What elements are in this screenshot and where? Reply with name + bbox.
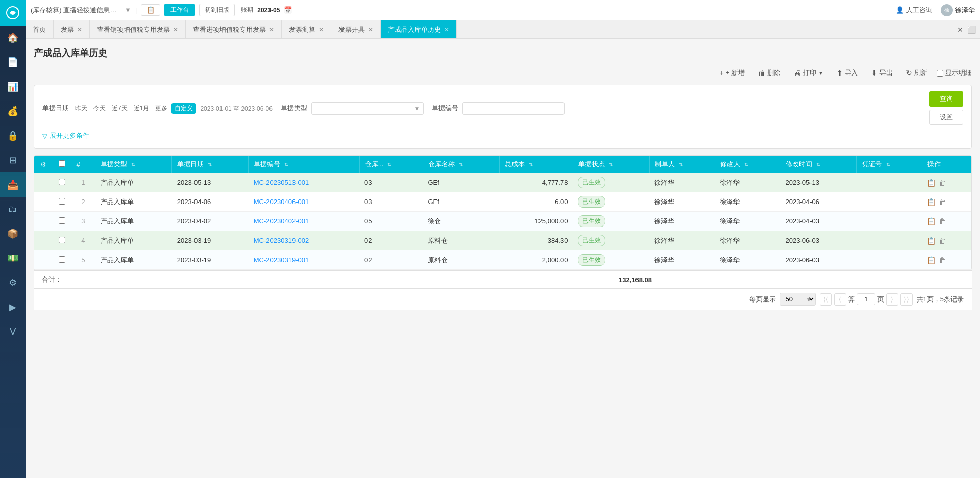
- copy-btn[interactable]: 📋: [141, 4, 160, 16]
- tab-purchase-vat-close[interactable]: ✕: [269, 26, 274, 33]
- sidebar-item-stamp[interactable]: 🗂: [0, 197, 26, 221]
- sidebar-item-box[interactable]: 📦: [0, 221, 26, 246]
- page-input[interactable]: [857, 293, 875, 305]
- display-toggle-checkbox[interactable]: [937, 70, 943, 77]
- row-number-2[interactable]: MC-20230402-001: [249, 212, 359, 231]
- shortcut-custom[interactable]: 自定义: [172, 103, 196, 114]
- shortcut-7days[interactable]: 近7天: [110, 103, 130, 114]
- th-number[interactable]: 单据编号 ⇅: [249, 156, 359, 173]
- row-settings-2[interactable]: [34, 212, 53, 231]
- th-voucher[interactable]: 凭证号 ⇅: [856, 156, 922, 173]
- action-delete-icon-4[interactable]: 🗑: [939, 256, 946, 264]
- row-number-0[interactable]: MC-20230513-001: [249, 173, 359, 192]
- tab-close-all-button[interactable]: ✕: [957, 26, 963, 34]
- sidebar-item-play[interactable]: ▶: [0, 295, 26, 319]
- tab-invoice-close[interactable]: ✕: [77, 26, 82, 33]
- action-edit-icon-3[interactable]: 📋: [927, 237, 936, 245]
- row-check-4[interactable]: [59, 256, 65, 263]
- row-settings-0[interactable]: [34, 173, 53, 192]
- row-number-4[interactable]: MC-20230319-001: [249, 250, 359, 270]
- tab-invoice-open[interactable]: 发票开具 ✕: [331, 20, 381, 39]
- row-number-link-1[interactable]: MC-20230406-001: [254, 198, 309, 206]
- tab-invoice-calc-close[interactable]: ✕: [318, 26, 324, 33]
- tab-product-history-close[interactable]: ✕: [444, 26, 449, 33]
- filter-type-select[interactable]: 产品入库单: [311, 102, 424, 115]
- tab-invoice-open-close[interactable]: ✕: [368, 26, 373, 33]
- row-check-2[interactable]: [59, 217, 65, 224]
- sidebar-item-coin[interactable]: 💵: [0, 246, 26, 270]
- sidebar-item-home[interactable]: 🏠: [0, 26, 26, 50]
- switch-version-button[interactable]: 初到旧版: [199, 4, 235, 16]
- row-check-0[interactable]: [59, 179, 65, 185]
- th-wh-name[interactable]: 仓库名称 ⇅: [423, 156, 499, 173]
- print-button[interactable]: 🖨 打印 ▼: [790, 66, 827, 80]
- th-modify-time[interactable]: 修改时间 ⇅: [780, 156, 856, 173]
- user-service[interactable]: 👤 人工咨询: [896, 6, 933, 15]
- sidebar-logo[interactable]: [0, 0, 26, 26]
- new-button[interactable]: + + 新增: [716, 66, 749, 80]
- import-button[interactable]: ⬆ 导入: [832, 66, 862, 80]
- shortcut-today[interactable]: 今天: [91, 103, 108, 114]
- row-settings-4[interactable]: [34, 250, 53, 270]
- action-delete-icon-2[interactable]: 🗑: [939, 217, 946, 225]
- th-type[interactable]: 单据类型 ⇅: [95, 156, 172, 173]
- sidebar-item-grid[interactable]: ⊞: [0, 148, 26, 172]
- action-edit-icon-4[interactable]: 📋: [927, 256, 936, 264]
- select-all-checkbox[interactable]: [59, 160, 65, 167]
- action-edit-icon-0[interactable]: 📋: [927, 179, 936, 187]
- title-dropdown-icon[interactable]: ▼: [125, 6, 131, 14]
- tab-home[interactable]: 首页: [26, 20, 54, 39]
- refresh-button[interactable]: ↻ 刷新: [902, 66, 932, 80]
- row-settings-3[interactable]: [34, 231, 53, 250]
- row-number-1[interactable]: MC-20230406-001: [249, 192, 359, 212]
- tab-maximize-button[interactable]: ⬜: [967, 26, 976, 34]
- sidebar-item-settings[interactable]: ⚙: [0, 270, 26, 295]
- sidebar-item-finance[interactable]: 💰: [0, 99, 26, 123]
- delete-button[interactable]: 🗑 删除: [754, 66, 785, 80]
- tab-product-history[interactable]: 产成品入库单历史 ✕: [381, 20, 457, 39]
- shortcut-yesterday[interactable]: 昨天: [73, 103, 89, 114]
- action-delete-icon-0[interactable]: 🗑: [939, 179, 946, 187]
- th-settings[interactable]: ⚙: [34, 156, 53, 173]
- tab-purchase-vat[interactable]: 查看进项增值税专用发票 ✕: [186, 20, 282, 39]
- expand-button[interactable]: ▽ 展开更多条件: [42, 129, 89, 142]
- row-check-1[interactable]: [59, 198, 65, 205]
- workbench-button[interactable]: 工作台: [164, 4, 195, 16]
- page-first-button[interactable]: ⟨⟨: [820, 293, 832, 306]
- sidebar-item-doc[interactable]: 📄: [0, 50, 26, 74]
- row-number-link-3[interactable]: MC-20230319-002: [254, 237, 309, 244]
- sidebar-item-chart[interactable]: 📊: [0, 74, 26, 99]
- th-modifier[interactable]: 修改人 ⇅: [715, 156, 780, 173]
- set-button[interactable]: 设置: [929, 110, 963, 125]
- tab-sales-vat[interactable]: 查看销项增值税专用发票 ✕: [90, 20, 186, 39]
- shortcut-more[interactable]: 更多: [153, 103, 169, 114]
- filter-number-input[interactable]: [462, 102, 565, 115]
- sidebar-item-v[interactable]: Ⅴ: [0, 319, 26, 344]
- th-cost[interactable]: 总成本 ⇅: [499, 156, 573, 173]
- user-name[interactable]: 徐 徐泽华: [941, 4, 975, 16]
- action-edit-icon-2[interactable]: 📋: [927, 217, 936, 225]
- action-delete-icon-3[interactable]: 🗑: [939, 237, 946, 245]
- row-number-3[interactable]: MC-20230319-002: [249, 231, 359, 250]
- row-settings-1[interactable]: [34, 192, 53, 212]
- page-last-button[interactable]: ⟩⟩: [900, 293, 913, 306]
- row-number-link-2[interactable]: MC-20230402-001: [254, 217, 309, 225]
- row-number-link-0[interactable]: MC-20230513-001: [254, 179, 309, 186]
- sidebar-item-lock[interactable]: 🔒: [0, 123, 26, 148]
- th-status[interactable]: 单据状态 ⇅: [573, 156, 649, 173]
- action-edit-icon-1[interactable]: 📋: [927, 198, 936, 206]
- th-date[interactable]: 单据日期 ⇅: [172, 156, 249, 173]
- th-wh-code[interactable]: 仓库... ⇅: [359, 156, 423, 173]
- th-creator[interactable]: 制单人 ⇅: [649, 156, 715, 173]
- tab-sales-vat-close[interactable]: ✕: [173, 26, 178, 33]
- action-delete-icon-1[interactable]: 🗑: [939, 198, 946, 206]
- tab-invoice-calc[interactable]: 发票测算 ✕: [282, 20, 331, 39]
- page-next-button[interactable]: ⟩: [886, 293, 898, 306]
- per-page-select[interactable]: 20 50 100 200: [780, 293, 816, 306]
- tab-invoice[interactable]: 发票 ✕: [54, 20, 90, 39]
- query-button[interactable]: 查询: [929, 91, 963, 107]
- row-check-3[interactable]: [59, 237, 65, 243]
- page-prev-button[interactable]: ⟨: [834, 293, 846, 306]
- period-calendar-icon[interactable]: 📅: [284, 6, 292, 14]
- row-number-link-4[interactable]: MC-20230319-001: [254, 256, 309, 264]
